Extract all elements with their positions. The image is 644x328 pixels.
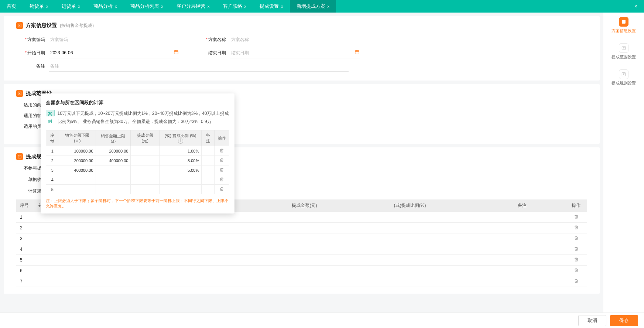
side-step-rules[interactable]: 提成规则设置 xyxy=(612,69,636,86)
info-icon[interactable]: i xyxy=(178,139,183,144)
close-icon[interactable]: x xyxy=(115,0,117,13)
cell-remark[interactable] xyxy=(514,276,565,287)
delete-icon[interactable] xyxy=(574,279,579,284)
cell-lower xyxy=(59,185,96,194)
tab-customer-tier[interactable]: 客户分层经营x xyxy=(170,0,216,13)
col-amount: 提成金额(元) xyxy=(288,199,390,212)
delete-icon[interactable] xyxy=(574,215,579,220)
calendar-icon[interactable] xyxy=(354,49,360,56)
table-row[interactable]: 2 xyxy=(16,223,587,233)
delete-icon[interactable] xyxy=(574,247,579,252)
cell-remark[interactable] xyxy=(514,223,565,233)
cell-ratio[interactable] xyxy=(390,266,514,276)
cell-upper[interactable] xyxy=(165,266,288,276)
table-row[interactable]: 3 xyxy=(16,233,587,244)
cell-ratio xyxy=(159,185,201,194)
cell-lower[interactable] xyxy=(35,233,165,244)
cell-ratio[interactable] xyxy=(390,276,514,287)
close-icon[interactable]: x xyxy=(244,0,247,13)
delete-icon[interactable] xyxy=(219,168,224,173)
svg-rect-1 xyxy=(174,51,178,54)
cell-idx: 2 xyxy=(46,156,59,165)
plan-name-input[interactable] xyxy=(230,34,360,45)
cell-amount[interactable] xyxy=(288,223,390,233)
delete-icon[interactable] xyxy=(219,188,224,192)
table-row[interactable]: 6 xyxy=(16,266,587,276)
cell-upper[interactable] xyxy=(165,223,288,233)
cell-ratio[interactable] xyxy=(390,244,514,255)
cell-remark[interactable] xyxy=(514,233,565,244)
tab-commission-settings[interactable]: 提成设置x xyxy=(253,0,290,13)
tab-home[interactable]: 首页 xyxy=(0,0,23,13)
close-icon[interactable]: x xyxy=(46,0,48,13)
delete-icon[interactable] xyxy=(574,236,579,242)
table-row[interactable]: 5 xyxy=(16,255,587,266)
table-row: 3400000.005.00% xyxy=(46,165,229,175)
close-icon[interactable]: x xyxy=(281,0,283,13)
tab-customer-contact[interactable]: 客户联络x xyxy=(216,0,253,13)
cell-lower[interactable] xyxy=(35,266,165,276)
cell-remark[interactable] xyxy=(514,212,565,223)
close-icon[interactable]: x xyxy=(78,0,80,13)
table-row: 5 xyxy=(46,185,229,194)
cell-upper[interactable] xyxy=(165,233,288,244)
tab-add-commission-plan[interactable]: 新增提成方案x xyxy=(290,0,336,13)
cell-remark xyxy=(202,175,215,185)
delete-icon[interactable] xyxy=(574,258,579,263)
cell-upper[interactable] xyxy=(165,244,288,255)
cell-lower[interactable] xyxy=(35,276,165,287)
close-all-tabs[interactable]: × xyxy=(631,0,640,13)
close-icon[interactable]: x xyxy=(161,0,164,13)
delete-icon[interactable] xyxy=(219,149,224,154)
section-title: 方案信息设置 xyxy=(26,22,57,29)
delete-icon[interactable] xyxy=(574,226,579,231)
delete-icon[interactable] xyxy=(219,159,224,163)
side-step-scope[interactable]: 提成范围设置 xyxy=(612,43,636,60)
delete-icon[interactable] xyxy=(219,178,224,182)
section-plan-info: 方案信息设置 (按销售金额提成) *方案编码 *方案名称 *开始日期 xyxy=(4,16,600,81)
cell-lower[interactable] xyxy=(35,244,165,255)
cell-amount[interactable] xyxy=(288,233,390,244)
delete-icon[interactable] xyxy=(574,269,579,274)
table-row[interactable]: 7 xyxy=(16,276,587,287)
start-date-input[interactable] xyxy=(49,47,179,58)
cell-amount[interactable] xyxy=(288,276,390,287)
end-date-input[interactable] xyxy=(230,47,360,58)
tab-product-analysis-list[interactable]: 商品分析列表x xyxy=(124,0,170,13)
cell-amount[interactable] xyxy=(288,244,390,255)
close-icon[interactable]: x xyxy=(328,0,330,13)
table-row: 2200000.00400000.003.00% xyxy=(46,156,229,165)
calendar-icon[interactable] xyxy=(174,49,179,56)
cell-ratio[interactable] xyxy=(390,233,514,244)
close-icon[interactable]: x xyxy=(208,0,210,13)
cell-upper[interactable] xyxy=(165,276,288,287)
table-row[interactable]: 4 xyxy=(16,244,587,255)
cell-ratio: 5.00% xyxy=(159,165,201,175)
cell-lower[interactable] xyxy=(35,255,165,266)
remark-input[interactable] xyxy=(49,61,349,72)
col-ratio: (或)提成比例(%) xyxy=(390,199,514,212)
col-ops: 操作 xyxy=(565,199,587,212)
cell-amount xyxy=(131,156,160,165)
cell-upper[interactable] xyxy=(165,255,288,266)
tab-purchase[interactable]: 进货单x xyxy=(55,0,87,13)
cell-idx: 5 xyxy=(46,185,59,194)
cell-ratio[interactable] xyxy=(390,255,514,266)
side-step-info[interactable]: 方案信息设置 xyxy=(612,17,636,34)
cell-amount[interactable] xyxy=(288,212,390,223)
cell-amount[interactable] xyxy=(288,266,390,276)
cell-idx: 1 xyxy=(46,146,59,156)
cell-upper xyxy=(96,185,131,194)
cell-ratio[interactable] xyxy=(390,212,514,223)
side-step-label: 方案信息设置 xyxy=(612,28,636,34)
cell-lower[interactable] xyxy=(35,223,165,233)
cell-remark[interactable] xyxy=(514,266,565,276)
cell-amount[interactable] xyxy=(288,255,390,266)
cell-remark[interactable] xyxy=(514,255,565,266)
tab-sales[interactable]: 销货单x xyxy=(23,0,55,13)
cell-ratio[interactable] xyxy=(390,223,514,233)
plan-code-input[interactable] xyxy=(49,34,179,45)
cell-remark[interactable] xyxy=(514,244,565,255)
cell-remark xyxy=(202,185,215,194)
tab-product-analysis[interactable]: 商品分析x xyxy=(87,0,124,13)
